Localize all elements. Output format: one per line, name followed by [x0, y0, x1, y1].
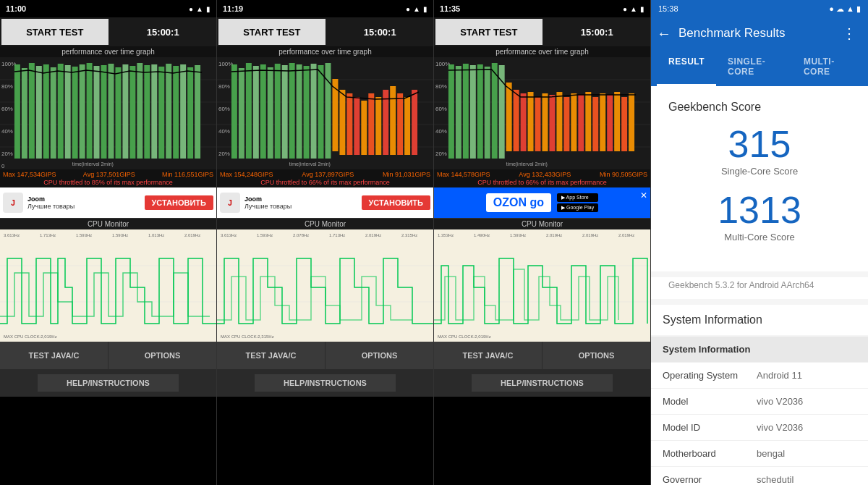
- info-row-model: Model vivo V2036: [651, 389, 868, 415]
- ad-install-btn-1[interactable]: УСТАНОВИТЬ: [145, 195, 213, 210]
- cpu-label-1: CPU Monitor: [0, 218, 216, 229]
- throttle-1: CPU throttled to 85% of its max performa…: [3, 179, 213, 186]
- svg-text:2.019Hz: 2.019Hz: [365, 233, 381, 237]
- info-row-model-id: Model ID vivo V2036: [651, 415, 868, 441]
- test-java-btn-2[interactable]: TEST JAVA/C: [217, 342, 325, 369]
- top-buttons-3: START TEST 15:00:1: [434, 17, 650, 46]
- bench-content: Geekbench Score 315 Single-Core Score 13…: [651, 86, 868, 485]
- system-info-section-label: System Information: [663, 344, 750, 355]
- svg-rect-12: [22, 68, 27, 159]
- status-bar-1: 11:00 ● ▲ ▮: [0, 0, 216, 17]
- svg-rect-20: [80, 64, 85, 159]
- avg-stat-2: Avg 137,897GIPS: [302, 171, 354, 178]
- svg-rect-126: [600, 93, 605, 151]
- svg-text:2.019Hz: 2.019Hz: [184, 233, 200, 237]
- svg-rect-114: [514, 90, 519, 151]
- svg-text:60%: 60%: [1, 106, 13, 112]
- single-core-score-item: 315 Single-Core Score: [668, 125, 851, 177]
- svg-rect-70: [318, 65, 324, 159]
- avg-stat-3: Avg 132,433GIPS: [519, 171, 571, 178]
- cpu-label-2: CPU Monitor: [217, 218, 433, 229]
- start-test-button-3[interactable]: START TEST: [435, 19, 542, 45]
- svg-rect-80: [390, 86, 396, 155]
- test-java-btn-3[interactable]: TEST JAVA/C: [434, 342, 542, 369]
- svg-text:0: 0: [1, 163, 5, 169]
- options-btn-3[interactable]: OPTIONS: [542, 342, 650, 369]
- svg-rect-16: [51, 67, 56, 159]
- back-button[interactable]: ←: [657, 25, 671, 42]
- svg-rect-113: [506, 83, 512, 151]
- svg-rect-68: [304, 66, 310, 159]
- svg-rect-129: [621, 97, 627, 151]
- close-ad-btn[interactable]: ✕: [640, 190, 647, 201]
- help-btn-2[interactable]: HELP/INSTRUCTIONS: [255, 374, 396, 392]
- tab-result[interactable]: RESULT: [657, 49, 716, 86]
- perf-stats-2: Max 154,248GIPS Avg 137,897GIPS Min 91,0…: [217, 169, 433, 187]
- ad-text-1: Joom Лучшие товары: [27, 195, 140, 210]
- timer-2: 15:00:1: [327, 27, 434, 38]
- tab-multi-core[interactable]: MULTI-CORE: [792, 49, 862, 86]
- svg-rect-34: [180, 64, 186, 159]
- svg-rect-105: [448, 64, 454, 159]
- score-section: Geekbench Score 315 Single-Core Score 13…: [651, 86, 868, 271]
- help-btn-3[interactable]: HELP/INSTRUCTIONS: [472, 374, 613, 392]
- svg-rect-21: [87, 63, 93, 159]
- svg-text:20%: 20%: [1, 151, 13, 157]
- info-table: System Information Operating System Andr…: [651, 337, 868, 485]
- svg-rect-111: [492, 63, 498, 159]
- ad-text-2: Joom Лучшие товары: [244, 195, 357, 210]
- status-bar-3: 11:35 ● ▲ ▮: [434, 0, 650, 17]
- svg-rect-35: [187, 67, 193, 159]
- options-btn-2[interactable]: OPTIONS: [326, 342, 433, 369]
- ad-banner-1: J Joom Лучшие товары УСТАНОВИТЬ: [0, 187, 216, 218]
- svg-rect-63: [268, 67, 273, 159]
- svg-rect-23: [101, 65, 107, 159]
- svg-text:1.713Hz: 1.713Hz: [40, 233, 56, 237]
- svg-rect-123: [578, 95, 584, 151]
- perf-graph-1: 100% 80% 60% 40% 20% 0: [0, 57, 216, 169]
- svg-rect-130: [629, 93, 634, 151]
- single-core-label: Single-Core Score: [668, 166, 851, 177]
- svg-rect-15: [43, 64, 49, 159]
- help-btn-1[interactable]: HELP/INSTRUCTIONS: [38, 374, 179, 392]
- cpu-label-3: CPU Monitor: [434, 218, 650, 229]
- start-test-button-2[interactable]: START TEST: [218, 19, 326, 45]
- governor-val: schedutil: [757, 474, 856, 485]
- max-stat-2: Max 154,248GIPS: [220, 171, 273, 178]
- svg-text:80%: 80%: [435, 83, 447, 90]
- svg-text:40%: 40%: [435, 128, 447, 135]
- svg-text:20%: 20%: [218, 151, 230, 157]
- tab-single-core[interactable]: SINGLE-CORE: [716, 49, 792, 86]
- more-button[interactable]: ⋮: [842, 25, 856, 42]
- max-stat-1: Max 147,534GIPS: [3, 171, 56, 178]
- signal-icon: ▲: [196, 5, 203, 13]
- help-row-1: HELP/INSTRUCTIONS: [0, 369, 216, 397]
- svg-rect-33: [173, 66, 179, 159]
- ad-install-btn-2[interactable]: УСТАНОВИТЬ: [362, 195, 430, 210]
- googleplay-badge: ▶ Google Play: [557, 203, 598, 212]
- test-java-btn-1[interactable]: TEST JAVA/C: [0, 342, 108, 369]
- svg-text:60%: 60%: [218, 106, 230, 112]
- bench-wifi-icon: ● ☁ ▲ ▮: [829, 4, 861, 13]
- perf-graph-2: 100% 80% 60% 40% 20%: [217, 57, 433, 169]
- svg-rect-124: [585, 92, 591, 151]
- bench-tabs: RESULT SINGLE-CORE MULTI-CORE: [651, 49, 868, 86]
- wifi-icon-3: ●: [623, 5, 627, 13]
- svg-rect-65: [282, 65, 288, 159]
- svg-rect-64: [275, 64, 281, 159]
- svg-rect-81: [397, 93, 403, 155]
- bench-status-bar: 15:38 ● ☁ ▲ ▮: [651, 0, 868, 17]
- start-test-button-1[interactable]: START TEST: [1, 19, 109, 45]
- svg-rect-67: [297, 64, 302, 159]
- svg-rect-13: [29, 63, 35, 159]
- min-stat-3: Min 90,505GIPS: [600, 171, 647, 178]
- svg-rect-71: [326, 63, 331, 159]
- options-btn-1[interactable]: OPTIONS: [109, 342, 216, 369]
- svg-text:MAX CPU CLOCK:2,019Hz: MAX CPU CLOCK:2,019Hz: [438, 334, 491, 339]
- os-val: Android 11: [757, 370, 856, 381]
- svg-rect-77: [368, 93, 374, 155]
- bottom-buttons-1: TEST JAVA/C OPTIONS: [0, 342, 216, 369]
- model-id-val: vivo V2036: [757, 422, 856, 433]
- svg-text:time(interval 2min): time(interval 2min): [289, 161, 331, 167]
- svg-text:100%: 100%: [218, 61, 233, 67]
